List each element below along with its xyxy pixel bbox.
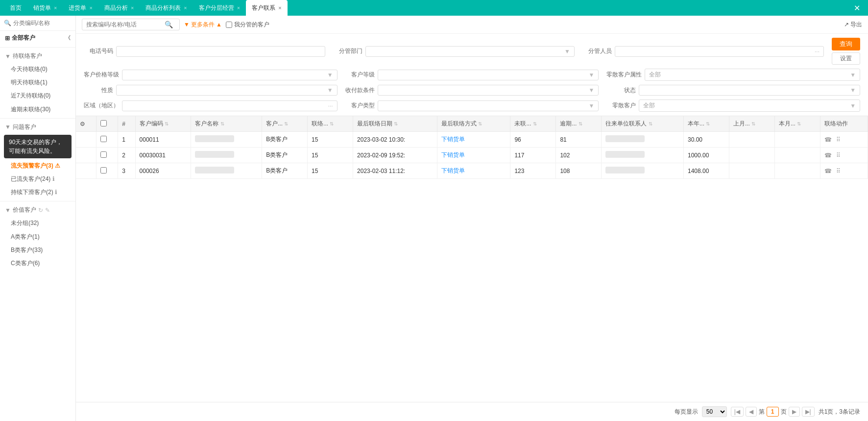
- sort-icon-overdue: ⇅: [579, 121, 582, 126]
- sidebar-item-7days[interactable]: 近7天待联络(0): [0, 89, 75, 102]
- window-close-button[interactable]: ✕: [850, 3, 864, 13]
- sidebar-item-class-b[interactable]: B类客户(33): [0, 244, 75, 257]
- action-contact-icon[interactable]: ☎: [824, 168, 832, 174]
- next-page-button[interactable]: ▶: [789, 407, 800, 417]
- col-this-month[interactable]: 本月... ⇅: [774, 116, 820, 132]
- col-contact[interactable]: 联络... ⇅: [308, 116, 353, 132]
- action-more-icon[interactable]: ⠿: [836, 168, 841, 174]
- col-name[interactable]: 客户名称 ⇅: [191, 116, 262, 132]
- col-type[interactable]: 客户... ⇅: [262, 116, 308, 132]
- row-last-contact-method[interactable]: 下销货单: [437, 132, 510, 148]
- action-more-icon[interactable]: ⠿: [836, 136, 841, 143]
- col-code[interactable]: 客户编码 ⇅: [135, 116, 191, 132]
- refresh-icon[interactable]: ↻: [38, 207, 43, 214]
- tab-product-analysis-close[interactable]: ×: [131, 5, 134, 11]
- more-conditions-button[interactable]: ▼ 更多条件 ▲: [184, 21, 222, 29]
- tab-customer-tier-close[interactable]: ×: [237, 5, 240, 11]
- prev-page-button[interactable]: ◀: [746, 407, 757, 417]
- sidebar-item-class-c[interactable]: C类客户(6): [0, 257, 75, 270]
- col-last-month[interactable]: 上月... ⇅: [729, 116, 774, 132]
- row-last-month: [729, 163, 774, 179]
- col-unit-contact[interactable]: 往来单位联系人 ⇅: [602, 116, 684, 132]
- tab-sales-close[interactable]: ×: [54, 5, 57, 11]
- filter-dept-select[interactable]: ▼: [365, 46, 575, 57]
- first-page-button[interactable]: |◀: [731, 407, 744, 417]
- tab-sales[interactable]: 销货单 ×: [27, 0, 63, 16]
- export-button[interactable]: ↗ 导出: [844, 21, 862, 29]
- tab-product-analysis-list-close[interactable]: ×: [184, 5, 187, 11]
- sidebar-group-value[interactable]: ▼ 价值客户 ↻ ✎: [0, 203, 75, 217]
- sidebar-item-churned[interactable]: 已流失客户(24) ℹ: [0, 173, 75, 186]
- filter-customer-type-select[interactable]: ▼: [378, 100, 599, 111]
- tab-customer-contact[interactable]: 客户联系 ×: [246, 0, 287, 16]
- sidebar-item-tomorrow[interactable]: 明天待联络(1): [0, 76, 75, 89]
- filter-phone: 电话号码: [84, 46, 325, 57]
- sidebar-item-ungroup[interactable]: 未分组(32): [0, 217, 75, 230]
- sidebar-search-input[interactable]: [13, 20, 76, 26]
- search-submit-icon[interactable]: 🔍: [165, 21, 173, 28]
- my-customers-checkbox-area[interactable]: 我分管的客户: [226, 21, 269, 29]
- select-all-checkbox[interactable]: [100, 120, 107, 126]
- sidebar-group-problem[interactable]: ▼ 问题客户: [0, 121, 75, 134]
- person-dots-icon[interactable]: ···: [815, 48, 820, 55]
- action-more-icon[interactable]: ⠿: [836, 152, 841, 159]
- row-checkbox[interactable]: [96, 148, 118, 163]
- filter-zero-customer-select[interactable]: 全部 ▼: [639, 99, 860, 112]
- col-unlinked[interactable]: 未联... ⇅: [510, 116, 556, 132]
- contact-method-link[interactable]: 下销货单: [441, 167, 465, 174]
- filter-payment-select[interactable]: ▼: [378, 85, 599, 96]
- tab-customer-tier[interactable]: 客户分层经营 ×: [193, 0, 246, 16]
- col-checkbox-header[interactable]: [96, 116, 118, 132]
- search-input[interactable]: [86, 21, 165, 28]
- sidebar-item-declining[interactable]: 持续下滑客户(2) ℹ: [0, 186, 75, 199]
- tab-product-analysis[interactable]: 商品分析 ×: [98, 0, 140, 16]
- tab-purchase[interactable]: 进货单 ×: [63, 0, 98, 16]
- action-contact-icon[interactable]: ☎: [824, 136, 832, 143]
- action-contact-icon[interactable]: ☎: [824, 152, 832, 159]
- settings-button[interactable]: 设置: [832, 52, 860, 65]
- sidebar-item-churn-warning[interactable]: 流失预警客户(3) ⚠: [0, 159, 75, 173]
- filter-region-select[interactable]: ···: [122, 100, 338, 111]
- edit-icon[interactable]: ✎: [45, 207, 50, 214]
- filter-price-grade-select[interactable]: ▼: [122, 70, 338, 80]
- row-select-checkbox[interactable]: [100, 167, 107, 173]
- row-last-contact-method[interactable]: 下销货单: [437, 163, 510, 179]
- sidebar-item-today[interactable]: 今天待联络(0): [0, 63, 75, 76]
- filter-grade-select[interactable]: ▼: [378, 70, 599, 80]
- col-this-year[interactable]: 本年... ⇅: [683, 116, 729, 132]
- tab-customer-contact-close[interactable]: ×: [278, 5, 281, 11]
- tab-product-analysis-list[interactable]: 商品分析列表 ×: [140, 0, 193, 16]
- grid-icon: ⊞: [5, 35, 10, 42]
- query-button[interactable]: 查询: [832, 38, 860, 50]
- contact-method-link[interactable]: 下销货单: [441, 136, 465, 143]
- col-overdue[interactable]: 逾期... ⇅: [556, 116, 602, 132]
- filter-nature-select[interactable]: ▼: [116, 85, 338, 96]
- row-checkbox[interactable]: [96, 163, 118, 179]
- sidebar-group-pending[interactable]: ▼ 待联络客户: [0, 50, 75, 63]
- col-settings[interactable]: ⚙: [76, 116, 96, 132]
- row-select-checkbox[interactable]: [100, 136, 107, 142]
- row-last-contact-method[interactable]: 下销货单: [437, 148, 510, 163]
- row-checkbox[interactable]: [96, 132, 118, 148]
- per-page-select[interactable]: 50 100 200: [702, 406, 727, 417]
- my-customers-checkbox[interactable]: [226, 22, 232, 28]
- contact-method-link[interactable]: 下销货单: [441, 151, 465, 158]
- filter-phone-input[interactable]: [116, 46, 325, 57]
- sidebar-item-overdue[interactable]: 逾期未联络(30): [0, 103, 75, 116]
- sidebar-all-customers[interactable]: ⊞ 全部客户 《: [0, 31, 75, 45]
- tab-home[interactable]: 首页: [4, 0, 27, 16]
- col-last-contact-date[interactable]: 最后联络日期 ⇅: [353, 116, 437, 132]
- row-select-checkbox[interactable]: [100, 151, 107, 158]
- row-unlinked: 96: [510, 132, 556, 148]
- filter-person-select[interactable]: ···: [615, 46, 824, 57]
- filter-zero-attr-select[interactable]: 全部 ▼: [645, 69, 860, 81]
- last-page-button[interactable]: ▶|: [802, 407, 815, 417]
- filter-zero-customer-label: 零散客户: [606, 101, 636, 110]
- tab-purchase-close[interactable]: ×: [89, 5, 92, 11]
- region-dots-icon[interactable]: ···: [328, 102, 333, 109]
- filter-status-select[interactable]: ▼: [639, 85, 860, 96]
- row-no: 2: [118, 148, 135, 163]
- horizontal-scrollbar[interactable]: [76, 396, 868, 402]
- sidebar-item-class-a[interactable]: A类客户(1): [0, 230, 75, 244]
- col-last-contact-method[interactable]: 最后联络方式 ⇅: [437, 116, 510, 132]
